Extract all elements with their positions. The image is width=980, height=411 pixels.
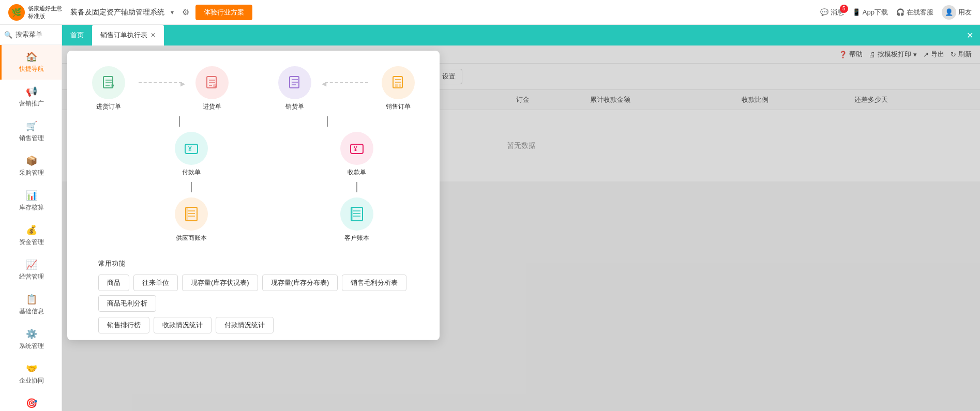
popup-content: 进货订单 ▶ — [67, 51, 440, 333]
message-badge: 5 — [840, 5, 848, 13]
func-btn-stock-status[interactable]: 现存量(库存状况表) — [182, 275, 258, 291]
sidebar-item-enterprise[interactable]: 🤝 企业协同 — [0, 357, 62, 391]
func-btn-stock-dist[interactable]: 现存量(库存分布表) — [262, 275, 338, 291]
system-dropdown-button[interactable]: ▾ — [169, 8, 176, 17]
system-icon: ⚙️ — [26, 328, 37, 340]
user-label: 用友 — [958, 8, 972, 17]
download-icon: 📱 — [852, 8, 861, 16]
sidebar-item-purchase[interactable]: 📦 采购管理 — [0, 149, 62, 184]
purchase-bill-label: 进货单 — [203, 102, 221, 111]
sidebar-label-system: 系统管理 — [19, 342, 44, 351]
flow-node-purchase-order[interactable]: 进货订单 — [83, 66, 134, 111]
sidebar-item-operations[interactable]: 📈 经营管理 — [0, 253, 62, 287]
inventory-icon: 📊 — [26, 190, 37, 201]
svg-rect-26 — [186, 207, 188, 221]
sidebar-label-basic-info: 基础信息 — [19, 307, 44, 316]
svg-text:¥: ¥ — [354, 145, 357, 153]
func-btn-sales-rank[interactable]: 销售排行榜 — [98, 317, 149, 333]
flow-node-purchase-bill[interactable]: ✓ 进货单 — [186, 66, 238, 111]
tab-home-label: 首页 — [70, 31, 84, 40]
sidebar-item-finance[interactable]: 💰 资金管理 — [0, 218, 62, 253]
app-download-button[interactable]: 📱 App下载 — [852, 8, 888, 17]
tab-home[interactable]: 首页 — [62, 25, 92, 45]
enterprise-icon: 🤝 — [26, 363, 37, 374]
logo-area: 🌿 畅康通好生意 标准版 — [8, 4, 70, 21]
sidebar-label-finance: 资金管理 — [19, 238, 44, 247]
customer-ledger-icon — [349, 206, 365, 222]
sidebar-item-sales[interactable]: 🛒 销售管理 — [0, 114, 62, 149]
sidebar-item-marketing[interactable]: 📢 营销推广 — [0, 80, 62, 114]
payment-label: 付款单 — [182, 168, 201, 177]
sidebar-item-quick-nav[interactable]: 🏠 快捷导航 — [0, 45, 62, 80]
basic-info-icon: 📋 — [26, 294, 37, 305]
flow-arrows-down-row — [83, 115, 424, 128]
func-buttons-row1: 商品 往来单位 现存量(库存状况表) 现存量(库存分布表) 销售毛利分析表 商品… — [98, 275, 409, 312]
sidebar-item-guide[interactable]: 🎯 新手引导 — [0, 391, 62, 411]
flow-popup-overlay: 进货订单 ▶ — [62, 45, 980, 411]
flow-node-receipt[interactable]: ¥ 收款单 — [331, 132, 383, 177]
sidebar-label-inventory: 库存核算 — [19, 203, 44, 212]
sidebar-item-inventory[interactable]: 📊 库存核算 — [0, 184, 62, 218]
sidebar-label-operations: 经营管理 — [19, 272, 44, 281]
message-button[interactable]: 💬 消息 5 — [820, 8, 844, 17]
payment-icon: ¥ — [183, 140, 200, 157]
message-icon: 💬 — [820, 8, 828, 16]
receipt-icon: ¥ — [349, 140, 365, 157]
sales-order-label: 销售订单 — [386, 102, 411, 111]
marketing-icon: 📢 — [26, 86, 37, 97]
func-btn-payment-stats[interactable]: 付款情况统计 — [216, 317, 274, 333]
svg-rect-17 — [399, 84, 401, 87]
arrow-down-receipt — [331, 182, 383, 192]
receipt-circle: ¥ — [340, 132, 373, 165]
svg-text:¥: ¥ — [188, 145, 192, 153]
service-icon: 🎧 — [896, 8, 904, 16]
experience-button[interactable]: 体验行业方案 — [195, 5, 252, 20]
user-area[interactable]: 👤 用友 — [942, 5, 972, 20]
logo-text-line1: 畅康通好生意 — [28, 5, 62, 12]
flow-node-sales-order[interactable]: 销售订单 — [372, 66, 424, 111]
flow-row-2: ¥ 付款单 — [83, 132, 424, 177]
tab-bar: 首页 销售订单执行表 ✕ ✕ — [62, 25, 980, 45]
finance-icon: 💰 — [26, 224, 37, 236]
search-menu-item[interactable]: 🔍 搜索菜单 — [0, 25, 62, 45]
func-buttons-row2: 销售排行榜 收款情况统计 付款情况统计 — [98, 317, 409, 333]
tab-bar-close-button[interactable]: ✕ — [959, 25, 980, 45]
online-service-button[interactable]: 🎧 在线客服 — [896, 8, 933, 17]
func-btn-product-profit[interactable]: 商品毛利分析 — [98, 295, 156, 312]
header-right: 💬 消息 5 📱 App下载 🎧 在线客服 👤 用友 — [820, 5, 972, 20]
purchase-order-circle — [92, 66, 125, 99]
guide-icon: 🎯 — [26, 398, 37, 409]
logo-text-line2: 标准版 — [28, 12, 62, 20]
sales-bill-icon — [287, 74, 303, 91]
operations-icon: 📈 — [26, 259, 37, 270]
sales-icon: 🛒 — [26, 120, 37, 132]
func-btn-product[interactable]: 商品 — [98, 275, 129, 291]
supplier-ledger-circle — [175, 197, 208, 231]
top-header: 🌿 畅康通好生意 标准版 装备及固定资产辅助管理系统 ▾ ⚙ 体验行业方案 💬 … — [0, 0, 980, 25]
tab-sales-order-exec[interactable]: 销售订单执行表 ✕ — [92, 25, 164, 45]
func-btn-sales-profit[interactable]: 销售毛利分析表 — [342, 275, 406, 291]
logo-icon: 🌿 — [8, 4, 25, 21]
flow-row-3: 供应商账本 — [83, 197, 424, 242]
func-btn-partners[interactable]: 往来单位 — [133, 275, 178, 291]
online-service-label: 在线客服 — [907, 8, 933, 17]
arrow-sales-order-to-bill: ◀ — [321, 82, 372, 96]
flow-node-supplier-ledger[interactable]: 供应商账本 — [165, 197, 217, 242]
func-btn-receipt-stats[interactable]: 收款情况统计 — [154, 317, 212, 333]
flow-node-customer-ledger[interactable]: 客户账本 — [331, 197, 383, 242]
flow-diagram: 进货订单 ▶ — [83, 66, 424, 247]
page-content: ❓ 帮助 🖨 按模板打印 ▾ ↗ 导出 ↻ 刷新 — [62, 45, 980, 411]
payment-circle: ¥ — [175, 132, 208, 165]
sidebar-label-sales: 销售管理 — [19, 134, 44, 143]
purchase-order-label: 进货订单 — [96, 102, 121, 111]
purchase-bill-circle: ✓ — [195, 66, 229, 99]
sidebar-item-system[interactable]: ⚙️ 系统管理 — [0, 322, 62, 357]
sidebar-label-marketing: 营销推广 — [19, 99, 44, 108]
flow-node-payment[interactable]: ¥ 付款单 — [165, 132, 217, 177]
arrow-down-purchase-bill — [157, 116, 203, 127]
user-avatar: 👤 — [942, 5, 956, 20]
sidebar-item-basic-info[interactable]: 📋 基础信息 — [0, 287, 62, 322]
flow-node-sales-bill[interactable]: 销货单 — [269, 66, 321, 111]
settings-button[interactable]: ⚙ — [180, 5, 191, 19]
tab-close-icon[interactable]: ✕ — [150, 32, 156, 39]
